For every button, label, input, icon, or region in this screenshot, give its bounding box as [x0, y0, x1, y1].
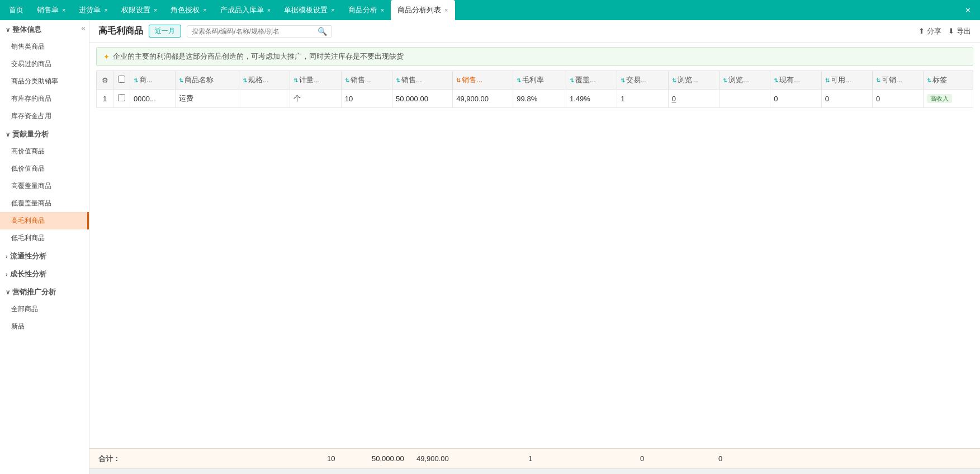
chevron-down-icon: ∨ [6, 26, 10, 34]
col-checkbox[interactable] [113, 71, 130, 90]
sidebar-collapse-button[interactable]: « [81, 24, 86, 32]
sidebar-group-growth[interactable]: › 成长性分析 [0, 265, 89, 283]
row-unit: 个 [290, 90, 341, 108]
col-unit: ⇅计量... [290, 71, 341, 90]
row-sales-qty: 10 [341, 90, 392, 108]
row-margin-rate: 99.8% [513, 90, 566, 108]
page-title: 高毛利商品 [98, 25, 143, 37]
sidebar-item-low-value[interactable]: 低价值商品 [0, 160, 89, 177]
sidebar-group-marketing[interactable]: ∨ 营销推广分析 [0, 283, 89, 301]
nav-purchase-order[interactable]: 进货单 × [72, 0, 114, 20]
nav-sales-order[interactable]: 销售单 × [30, 0, 72, 20]
sidebar-item-high-margin[interactable]: 高毛利商品 [0, 212, 89, 229]
sidebar-group-liquidity[interactable]: › 流通性分析 [0, 247, 89, 265]
footer-saleable: 0 [713, 454, 758, 463]
sidebar-item-sales-goods[interactable]: 销售类商品 [0, 38, 89, 55]
bottom-scrollbar[interactable] [89, 468, 980, 474]
footer-transaction: 1 [523, 454, 567, 463]
content-area: 高毛利商品 近一月 🔍 ⬆ 分享 ⬇ 导出 ✦ 企业的主要的利润都是这部分商品创… [89, 20, 980, 474]
sidebar-item-stock-capital[interactable]: 库存资金占用 [0, 107, 89, 125]
sidebar-group-contribution[interactable]: ∨ 贡献量分析 [0, 125, 89, 143]
col-code: ⇅商... [130, 71, 176, 90]
col-sales-amount: ⇅销售... [392, 71, 453, 90]
chevron-right-icon: › [6, 271, 8, 278]
header-actions: ⬆ 分享 ⬇ 导出 [919, 26, 971, 36]
row-sales-amount: 50,000.00 [392, 90, 453, 108]
sidebar-item-low-coverage[interactable]: 低覆盖量商品 [0, 195, 89, 212]
col-view2: ⇅浏览... [719, 71, 770, 90]
row-view1[interactable]: 0 [668, 90, 719, 108]
col-margin-rate: ⇅毛利率 [513, 71, 566, 90]
nav-role-auth[interactable]: 角色授权 × [164, 0, 213, 20]
sidebar-item-high-value[interactable]: 高价值商品 [0, 143, 89, 160]
nav-product-analysis-list[interactable]: 商品分析列表 × [391, 0, 455, 20]
col-sales-qty: ⇅销售... [341, 71, 392, 90]
footer-sales-amount: 50,000.00 [366, 454, 411, 463]
footer-label: 合计： [98, 454, 120, 464]
footer-sales-qty: 10 [321, 454, 366, 463]
nav-permission-settings[interactable]: 权限设置 × [115, 0, 164, 20]
sidebar-item-category-rate[interactable]: 商品分类助销率 [0, 73, 89, 90]
nav-product-inbound[interactable]: 产成品入库单 × [214, 0, 277, 20]
row-view2 [719, 90, 770, 108]
content-header: 高毛利商品 近一月 🔍 ⬆ 分享 ⬇ 导出 [89, 20, 980, 43]
table-row: 1 0000... 运费 个 10 50,000.00 49,900.00 99… [97, 90, 973, 108]
close-purchase-order[interactable]: × [104, 7, 107, 13]
row-code: 0000... [130, 90, 176, 108]
row-spec [239, 90, 290, 108]
col-saleable: ⇅可销... [873, 71, 924, 90]
search-input[interactable] [192, 27, 318, 35]
share-icon: ⬆ [919, 27, 925, 35]
chevron-down-icon: ∨ [6, 131, 10, 138]
nav-home[interactable]: 首页 [2, 0, 30, 20]
close-all-tabs[interactable]: ✕ [958, 0, 978, 20]
close-product-analysis[interactable]: × [381, 7, 384, 13]
row-checkbox[interactable] [113, 90, 130, 108]
sidebar-item-low-margin[interactable]: 低毛利商品 [0, 229, 89, 247]
col-settings[interactable]: ⚙ [97, 71, 113, 90]
row-num: 1 [97, 90, 113, 108]
filter-recent-month-button[interactable]: 近一月 [149, 25, 181, 37]
data-table: ⚙ ⇅商... ⇅商品名称 ⇅规格... ⇅计量... ⇅销售... ⇅销售..… [96, 71, 973, 108]
settings-icon[interactable]: ⚙ [102, 76, 108, 85]
row-sales-cost: 49,900.00 [453, 90, 513, 108]
footer-sales-cost: 49,900.00 [411, 454, 456, 463]
col-coverage: ⇅覆盖... [566, 71, 617, 90]
sidebar-item-all-goods[interactable]: 全部商品 [0, 301, 89, 318]
close-product-inbound[interactable]: × [267, 7, 271, 13]
share-button[interactable]: ⬆ 分享 [919, 26, 941, 36]
col-current-stock: ⇅现有... [770, 71, 821, 90]
row-name: 运费 [175, 90, 239, 108]
sidebar-group-overall[interactable]: ∨ 整体信息 [0, 20, 89, 38]
nav-product-analysis[interactable]: 商品分析 × [342, 0, 391, 20]
select-all-checkbox[interactable] [118, 76, 125, 83]
col-transaction: ⇅交易... [617, 71, 668, 90]
close-sales-order[interactable]: × [62, 7, 65, 13]
col-spec: ⇅规格... [239, 71, 290, 90]
close-product-analysis-list[interactable]: × [444, 7, 448, 13]
col-available-stock: ⇅可用... [821, 71, 872, 90]
sidebar-item-high-coverage[interactable]: 高覆盖量商品 [0, 177, 89, 195]
chevron-right-icon: › [6, 253, 8, 260]
close-permission[interactable]: × [154, 7, 157, 13]
table-wrapper: ⚙ ⇅商... ⇅商品名称 ⇅规格... ⇅计量... ⇅销售... ⇅销售..… [89, 71, 980, 448]
search-icon[interactable]: 🔍 [318, 27, 327, 36]
footer-current-stock: 0 [635, 454, 679, 463]
export-icon: ⬇ [948, 27, 954, 35]
col-view1: ⇅浏览... [668, 71, 719, 90]
tag-badge: 高收入 [927, 94, 952, 103]
sidebar-item-in-stock-goods[interactable]: 有库存的商品 [0, 90, 89, 107]
row-transaction: 1 [617, 90, 668, 108]
row-select-checkbox[interactable] [118, 94, 125, 101]
info-icon: ✦ [103, 53, 110, 61]
close-role-auth[interactable]: × [203, 7, 206, 13]
nav-template-settings[interactable]: 单据模板设置 × [277, 0, 341, 20]
close-template[interactable]: × [331, 7, 334, 13]
sidebar: « ∨ 整体信息 销售类商品 交易过的商品 商品分类助销率 有库存的商品 库存资… [0, 20, 89, 474]
search-box: 🔍 [187, 25, 332, 37]
row-current-stock: 0 [770, 90, 821, 108]
sidebar-item-traded-goods[interactable]: 交易过的商品 [0, 55, 89, 73]
col-name: ⇅商品名称 [175, 71, 239, 90]
export-button[interactable]: ⬇ 导出 [948, 26, 971, 36]
sidebar-item-new-goods[interactable]: 新品 [0, 318, 89, 335]
